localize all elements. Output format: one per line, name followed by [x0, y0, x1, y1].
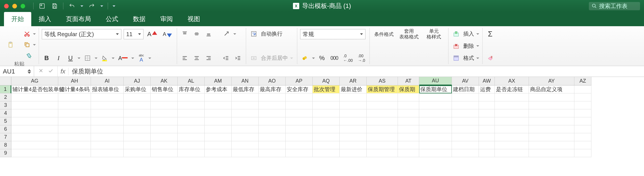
- cell-AG3[interactable]: [11, 101, 58, 109]
- cell-AM9[interactable]: [205, 149, 232, 157]
- cell-AM2[interactable]: [205, 93, 232, 101]
- cell-AJ6[interactable]: [124, 125, 151, 133]
- cell-AO9[interactable]: [259, 149, 286, 157]
- cell-AQ5[interactable]: [313, 117, 340, 125]
- cell-AV1[interactable]: 建档日期: [452, 85, 479, 93]
- cell-AH2[interactable]: [58, 93, 91, 101]
- col-header-AS[interactable]: AS: [367, 77, 398, 85]
- cell-AR4[interactable]: [340, 109, 367, 117]
- cell-AM6[interactable]: [205, 125, 232, 133]
- cell-AG6[interactable]: [11, 125, 58, 133]
- cell-AS1[interactable]: 保质期管理: [367, 85, 398, 93]
- cell-AN8[interactable]: [232, 141, 259, 149]
- cell-AQ4[interactable]: [313, 109, 340, 117]
- cell-AU2[interactable]: [419, 93, 452, 101]
- orientation-button[interactable]: [221, 29, 231, 39]
- cell-AZ2[interactable]: [574, 93, 591, 101]
- cell-AK7[interactable]: [151, 133, 178, 141]
- cell-AP9[interactable]: [286, 149, 313, 157]
- cell-AT7[interactable]: [398, 133, 419, 141]
- fx-label[interactable]: fx: [61, 68, 68, 75]
- cell-AS7[interactable]: [367, 133, 398, 141]
- bold-button[interactable]: B: [42, 53, 51, 63]
- align-bottom-button[interactable]: [204, 29, 213, 39]
- row-header-5[interactable]: 5: [0, 117, 11, 125]
- align-middle-button[interactable]: [192, 29, 201, 39]
- merge-dropdown-icon[interactable]: [290, 58, 293, 59]
- cell-styles-button[interactable]: 单元 格样式: [423, 29, 445, 39]
- tab-审阅[interactable]: 审阅: [153, 12, 180, 26]
- cell-AY1[interactable]: 商品自定义项: [529, 85, 574, 93]
- cell-AN2[interactable]: [232, 93, 259, 101]
- col-header-AU[interactable]: AU: [419, 77, 452, 85]
- col-header-AQ[interactable]: AQ: [313, 77, 340, 85]
- cell-AG1[interactable]: 辅计量4是否包装单位: [11, 85, 58, 93]
- col-header-AP[interactable]: AP: [286, 77, 313, 85]
- col-header-AO[interactable]: AO: [259, 77, 286, 85]
- font-color-dropdown-icon[interactable]: [131, 58, 134, 59]
- cell-AP3[interactable]: [286, 101, 313, 109]
- cell-AX3[interactable]: [495, 101, 529, 109]
- col-header-AJ[interactable]: AJ: [124, 77, 151, 85]
- cells-area[interactable]: 辅计量4是否包装单位辅计量4条码报表辅单位采购单位销售单位库存单位参考成本最低库…: [11, 85, 591, 157]
- row-header-2[interactable]: 2: [0, 93, 11, 101]
- cell-AW4[interactable]: [479, 109, 495, 117]
- autosum-button[interactable]: Σ: [485, 29, 495, 39]
- cell-AV4[interactable]: [452, 109, 479, 117]
- cell-AU4[interactable]: [419, 109, 452, 117]
- col-header-AX[interactable]: AX: [495, 77, 529, 85]
- tab-页面布局[interactable]: 页面布局: [59, 12, 98, 26]
- cell-AQ7[interactable]: [313, 133, 340, 141]
- cell-AO7[interactable]: [259, 133, 286, 141]
- row-headers[interactable]: 123456789: [0, 85, 11, 157]
- row-header-8[interactable]: 8: [0, 141, 11, 149]
- align-center-button[interactable]: [192, 53, 201, 63]
- cell-AL6[interactable]: [178, 125, 205, 133]
- confirm-formula-icon[interactable]: [48, 68, 53, 75]
- cell-AN4[interactable]: [232, 109, 259, 117]
- select-all-corner[interactable]: [0, 77, 11, 85]
- cell-AT3[interactable]: [398, 101, 419, 109]
- cell-AH4[interactable]: [58, 109, 91, 117]
- cell-AP1[interactable]: 安全库存: [286, 85, 313, 93]
- cell-AI6[interactable]: [91, 125, 124, 133]
- undo-dropdown-icon[interactable]: [80, 5, 83, 7]
- cell-AT2[interactable]: [398, 93, 419, 101]
- cell-AG8[interactable]: [11, 141, 58, 149]
- format-cells-button[interactable]: [451, 53, 461, 63]
- cell-AQ1[interactable]: 批次管理: [313, 85, 340, 93]
- conditional-format-button[interactable]: 条件格式: [373, 29, 395, 39]
- decrease-indent-button[interactable]: [221, 53, 231, 63]
- copy-button[interactable]: [22, 40, 32, 50]
- save-icon[interactable]: [51, 2, 59, 10]
- col-header-AW[interactable]: AW: [479, 77, 495, 85]
- undo-icon[interactable]: [68, 2, 76, 10]
- cell-AT5[interactable]: [398, 117, 419, 125]
- tab-视图[interactable]: 视图: [180, 12, 207, 26]
- cell-AW3[interactable]: [479, 101, 495, 109]
- currency-button[interactable]: [300, 53, 310, 63]
- cell-AP2[interactable]: [286, 93, 313, 101]
- cell-AU8[interactable]: [419, 141, 452, 149]
- col-header-AG[interactable]: AG: [11, 77, 58, 85]
- cell-AT9[interactable]: [398, 149, 419, 157]
- cell-AX8[interactable]: [495, 141, 529, 149]
- cell-AV7[interactable]: [452, 133, 479, 141]
- col-header-AK[interactable]: AK: [151, 77, 178, 85]
- name-box-stepper[interactable]: [28, 69, 31, 74]
- cell-AL5[interactable]: [178, 117, 205, 125]
- format-dropdown-icon[interactable]: [476, 58, 479, 59]
- percent-button[interactable]: %: [317, 53, 327, 63]
- cell-AH3[interactable]: [58, 101, 91, 109]
- cell-AZ9[interactable]: [574, 149, 591, 157]
- cell-AV9[interactable]: [452, 149, 479, 157]
- fill-dropdown-icon[interactable]: [112, 58, 115, 59]
- font-name-combo[interactable]: 等线 Regular (正文): [42, 29, 121, 39]
- cell-AU1[interactable]: 保质期单位: [419, 85, 452, 93]
- cell-AW7[interactable]: [479, 133, 495, 141]
- cell-AT4[interactable]: [398, 109, 419, 117]
- cell-AY9[interactable]: [529, 149, 574, 157]
- col-header-AR[interactable]: AR: [340, 77, 367, 85]
- tab-开始[interactable]: 开始: [4, 12, 31, 26]
- cell-AL7[interactable]: [178, 133, 205, 141]
